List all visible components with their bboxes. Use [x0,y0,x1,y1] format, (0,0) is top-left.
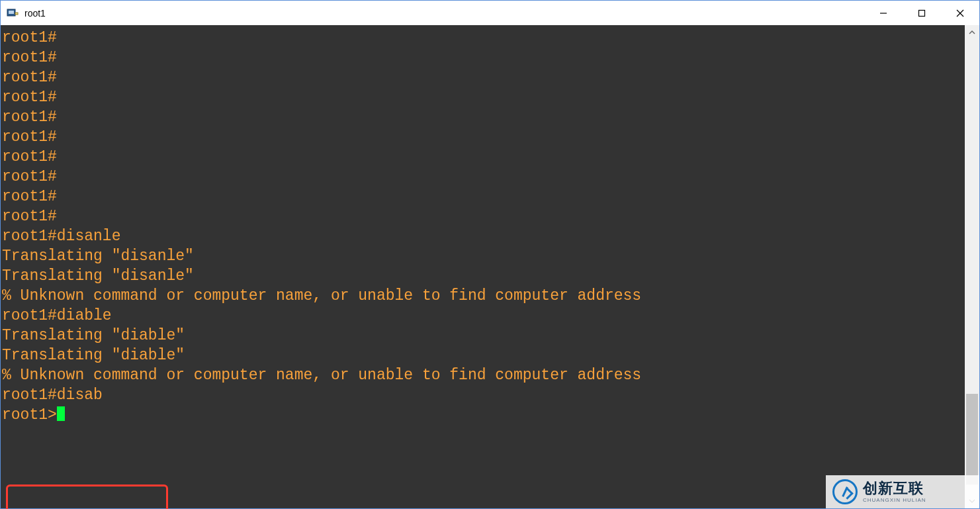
terminal-line: Translating "diable" [2,326,963,346]
terminal-line: root1# [2,127,963,147]
scrollbar-track[interactable] [965,40,979,494]
scrollbar[interactable] [965,25,979,508]
terminal-line: root1# [2,68,963,87]
terminal-line: Translating "diable" [2,346,963,365]
watermark-sub: CHUANGXIN HULIAN [863,498,926,503]
watermark-logo-icon [832,479,858,504]
terminal-line: root1# [2,28,963,48]
minimize-icon [879,9,887,17]
svg-rect-1 [9,11,14,14]
terminal-cursor [57,406,65,421]
terminal-area: root1#root1#root1#root1#root1#root1#root… [1,25,979,508]
svg-rect-2 [15,13,18,15]
terminal-window: root1 root1#root1#root1#root1#root1#root… [0,0,980,509]
terminal-line: Translating "disanle" [2,246,963,266]
terminal-line: root1#diable [2,306,963,326]
window-title: root1 [24,8,46,19]
terminal-line: root1# [2,167,963,187]
terminal-line: root1# [2,187,963,207]
terminal-line: root1> [2,405,963,425]
scrollbar-thumb[interactable] [966,394,978,485]
maximize-icon [918,9,926,17]
terminal-line: % Unknown command or computer name, or u… [2,286,963,306]
scroll-up-button[interactable] [965,25,979,40]
watermark-text: 创新互联 CHUANGXIN HULIAN [863,481,926,503]
titlebar[interactable]: root1 [1,1,979,25]
putty-icon [6,7,19,20]
terminal-line: root1# [2,87,963,107]
terminal-line: root1#disab [2,385,963,405]
terminal-line: root1# [2,207,963,226]
terminal-line: root1# [2,107,963,127]
terminal-line: root1# [2,147,963,167]
chevron-up-icon [969,29,975,36]
maximize-button[interactable] [903,1,941,25]
terminal-line: root1# [2,48,963,68]
close-icon [956,9,964,17]
watermark: 创新互联 CHUANGXIN HULIAN [826,475,979,508]
terminal-line: Translating "disanle" [2,266,963,286]
terminal-line: % Unknown command or computer name, or u… [2,365,963,385]
watermark-main: 创新互联 [863,481,926,496]
minimize-button[interactable] [864,1,903,25]
window-controls [864,1,979,25]
terminal-line: root1#disanle [2,226,963,246]
svg-rect-4 [919,10,925,16]
terminal-output[interactable]: root1#root1#root1#root1#root1#root1#root… [1,25,965,508]
close-button[interactable] [941,1,979,25]
